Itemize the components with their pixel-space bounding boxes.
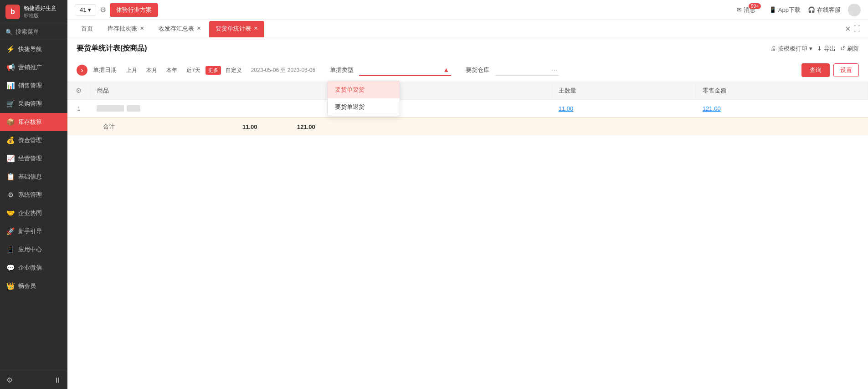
sidebar-search[interactable]: 🔍 搜索菜单 [0, 24, 67, 40]
sidebar-item-operation[interactable]: 📈 经营管理 [0, 149, 67, 168]
guide-icon: 🚀 [6, 227, 15, 235]
search-icon: 🔍 [5, 29, 13, 36]
sidebar-item-label: 快捷导航 [18, 45, 42, 53]
product-placeholder-2 [127, 105, 140, 112]
system-icon: ⚙ [6, 191, 15, 199]
filter-expand-button[interactable]: › [77, 65, 87, 76]
row-index: 1 [67, 100, 90, 118]
avatar[interactable] [848, 4, 861, 16]
table-header-product: 商品 [90, 82, 353, 100]
data-table: ⚙ 商品 主计量单位 主数量 零售金额 [67, 82, 868, 118]
close-all-tabs-icon[interactable]: ✕ [845, 25, 851, 33]
message-icon: ✉ [737, 6, 742, 13]
apps-icon: 📱 [6, 246, 15, 254]
messages-count: 99+ [749, 3, 761, 9]
topbar-right: ✉ 消息 99+ 📱 App下载 🎧 在线客服 [737, 4, 861, 16]
sidebar-item-finance[interactable]: 💰 资金管理 [0, 131, 67, 149]
settings-gear-icon[interactable]: ⚙ [100, 5, 106, 14]
online-service-badge[interactable]: 🎧 在线客服 [808, 6, 841, 14]
export-button[interactable]: ⬇ 导出 [817, 45, 836, 53]
page-title: 要货单统计表(按商品) [77, 44, 147, 59]
warehouse-filter-label: 要货仓库 [466, 66, 489, 74]
page-header-actions: 🖨 按模板打印 ▾ ⬇ 导出 ↺ 刷新 [770, 45, 859, 58]
date-btn-last-month[interactable]: 上月 [122, 65, 141, 76]
settings-icon[interactable]: ⚙ [6, 376, 13, 384]
tab-label: 首页 [81, 25, 93, 33]
wechat-icon: 💬 [6, 264, 15, 272]
store-name: 41 [80, 6, 86, 13]
sidebar-item-marketing[interactable]: 📢 营销推广 [0, 58, 67, 77]
sidebar-item-inventory[interactable]: 📦 库存核算 [0, 113, 67, 131]
dropdown-item-0[interactable]: 要货单要货 [328, 81, 400, 98]
sidebar-item-label: 采购管理 [18, 100, 42, 108]
logo-name: 畅捷通好生意 [24, 5, 56, 12]
sidebar-item-wechat[interactable]: 💬 企业微信 [0, 259, 67, 277]
logo-area: b 畅捷通好生意 标准版 [0, 0, 67, 24]
date-btn-last-7[interactable]: 近7天 [182, 65, 205, 76]
sidebar-item-label: 基础信息 [18, 173, 42, 181]
query-button[interactable]: 查询 [801, 63, 830, 77]
basic-icon: 📋 [6, 173, 15, 181]
sidebar: b 畅捷通好生意 标准版 🔍 搜索菜单 ⚡ 快捷导航 📢 营销推广 📊 销售管理… [0, 0, 67, 389]
sidebar-item-shortcut[interactable]: ⚡ 快捷导航 [0, 40, 67, 58]
type-filter-input[interactable] [359, 65, 441, 75]
date-range-text: 2023-05-06 至 2023-06-06 [251, 67, 315, 74]
date-btn-this-month[interactable]: 本月 [142, 65, 161, 76]
sidebar-item-sales[interactable]: 📊 销售管理 [0, 77, 67, 95]
type-filter-input-wrap: ▲ [359, 65, 451, 76]
print-button[interactable]: 🖨 按模板打印 ▾ [770, 45, 812, 53]
purchase-icon: 🛒 [6, 100, 15, 108]
topbar-left: 41 ▾ ⚙ 体验行业方案 [75, 3, 731, 17]
amount-value[interactable]: 121.00 [703, 105, 721, 112]
sidebar-bottom: ⚙ ⏸ [0, 371, 67, 389]
filter-bar: › 单据日期 上月 本月 本年 近7天 更多 自定义 2023-05-06 至 … [67, 59, 868, 82]
warehouse-filter-input[interactable] [495, 65, 550, 75]
product-placeholder-1 [97, 105, 124, 112]
tab-home[interactable]: 首页 [75, 21, 99, 37]
row-quantity[interactable]: 11.00 [552, 100, 696, 118]
store-selector[interactable]: 41 ▾ [75, 4, 96, 15]
refresh-icon: ↺ [840, 45, 845, 52]
custom-date-button[interactable]: 自定义 [222, 65, 246, 76]
tab-close-icon[interactable]: ✕ [254, 26, 258, 31]
messages-badge[interactable]: ✉ 消息 99+ [737, 6, 755, 14]
tab-inventory-batch[interactable]: 库存批次账 ✕ [101, 21, 150, 37]
logo-sub: 标准版 [24, 12, 56, 19]
quantity-value[interactable]: 11.00 [559, 105, 574, 112]
trial-button[interactable]: 体验行业方案 [110, 3, 158, 17]
sidebar-item-member[interactable]: 👑 畅会员 [0, 277, 67, 295]
sidebar-item-purchase[interactable]: 🛒 采购管理 [0, 95, 67, 113]
sidebar-item-basic[interactable]: 📋 基础信息 [0, 168, 67, 186]
sidebar-item-apps[interactable]: 📱 应用中心 [0, 241, 67, 259]
settings-button[interactable]: 设置 [833, 63, 859, 77]
sidebar-item-collab[interactable]: 🤝 企业协同 [0, 204, 67, 222]
sidebar-item-guide[interactable]: 🚀 新手引导 [0, 222, 67, 241]
sidebar-item-label: 销售管理 [18, 82, 42, 90]
chevron-up-icon[interactable]: ▲ [441, 66, 451, 73]
tab-label: 收发存汇总表 [159, 25, 194, 33]
member-icon: 👑 [6, 282, 15, 290]
filter-actions: 查询 设置 [801, 63, 859, 77]
app-download-badge[interactable]: 📱 App下载 [769, 6, 801, 14]
inventory-icon: 📦 [6, 118, 15, 126]
more-options-icon[interactable]: ··· [550, 66, 559, 74]
tab-order-summary[interactable]: 要货单统计表 ✕ [209, 21, 264, 37]
sales-icon: 📊 [6, 82, 15, 90]
sidebar-item-system[interactable]: ⚙ 系统管理 [0, 186, 67, 204]
date-btn-this-year[interactable]: 本年 [162, 65, 181, 76]
row-amount[interactable]: 121.00 [696, 100, 868, 118]
tab-close-icon[interactable]: ✕ [140, 26, 144, 31]
date-more-badge[interactable]: 更多 [205, 66, 221, 75]
refresh-button[interactable]: ↺ 刷新 [840, 45, 859, 53]
sidebar-item-label: 营销推广 [18, 63, 42, 72]
collapse-button[interactable]: ⏸ [54, 376, 61, 384]
tab-receive-summary[interactable]: 收发存汇总表 ✕ [152, 21, 207, 37]
sidebar-item-label: 畅会员 [18, 282, 36, 290]
tab-close-icon[interactable]: ✕ [197, 26, 201, 31]
table-header-gear[interactable]: ⚙ [67, 82, 90, 100]
sidebar-item-label: 应用中心 [18, 246, 42, 254]
expand-tabs-icon[interactable]: ⛶ [853, 25, 861, 33]
logo-text: 畅捷通好生意 标准版 [24, 5, 56, 19]
gear-icon[interactable]: ⚙ [76, 87, 82, 94]
dropdown-item-1[interactable]: 要货单退货 [328, 98, 400, 116]
